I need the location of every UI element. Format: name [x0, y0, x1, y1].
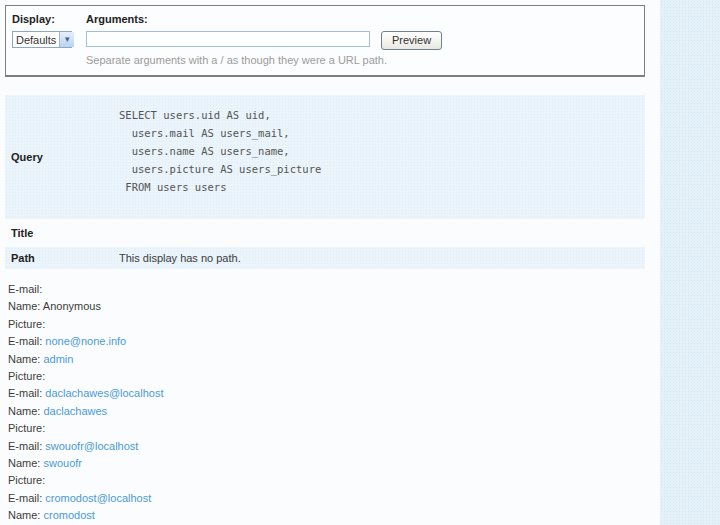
result-picture-label: Picture: — [8, 474, 45, 486]
result-name-link[interactable]: daclachawes — [43, 405, 107, 417]
result-name-line: Name: Anonymous — [8, 300, 660, 317]
path-row: Path This display has no path. — [5, 247, 645, 269]
main-content: Display: Defaults ▾ Arguments: Preview S… — [0, 0, 660, 525]
result-email-line: E-mail: none@none.info — [8, 335, 660, 352]
path-value: This display has no path. — [117, 247, 241, 269]
result-email-link[interactable]: none@none.info — [45, 335, 126, 347]
query-label: Query — [5, 151, 117, 163]
result-email-label: E-mail: — [8, 335, 42, 347]
result-email-label: E-mail: — [8, 440, 42, 452]
result-email-link[interactable]: daclachawes@localhost — [45, 387, 163, 399]
result-name-line: Name: daclachawes — [8, 405, 660, 422]
arguments-input[interactable] — [86, 31, 370, 47]
path-label: Path — [5, 247, 117, 269]
arguments-help-text: Separate arguments with a / as though th… — [86, 54, 636, 66]
title-label: Title — [5, 222, 117, 244]
result-name-link[interactable]: swouofr — [43, 457, 82, 469]
result-email-line: E-mail: swouofr@localhost — [8, 440, 660, 457]
result-name-label: Name: — [8, 509, 40, 521]
result-name-label: Name: — [8, 457, 40, 469]
title-value — [117, 222, 119, 244]
preview-button[interactable]: Preview — [381, 31, 442, 50]
result-email-label: E-mail: — [8, 387, 42, 399]
display-select[interactable]: Defaults ▾ — [12, 31, 72, 48]
result-picture-line: Picture: — [8, 422, 660, 439]
arguments-label: Arguments: — [86, 13, 636, 25]
result-email-line: E-mail: daclachawes@localhost — [8, 387, 660, 404]
display-group: Display: Defaults ▾ — [12, 13, 74, 66]
display-label: Display: — [12, 13, 74, 25]
result-email-label: E-mail: — [8, 492, 42, 504]
result-name-link[interactable]: admin — [43, 353, 73, 365]
result-name-line: Name: admin — [8, 353, 660, 370]
result-picture-line: Picture: — [8, 318, 660, 335]
result-email-line: E-mail: cromodost@localhost — [8, 492, 660, 509]
result-picture-label: Picture: — [8, 370, 45, 382]
arguments-group: Arguments: Preview Separate arguments wi… — [86, 13, 636, 66]
result-name-label: Name: — [8, 300, 40, 312]
result-email-link[interactable]: swouofr@localhost — [45, 440, 138, 452]
result-email-line: E-mail: — [8, 283, 660, 300]
result-name-link[interactable]: cromodost — [43, 509, 94, 521]
result-name-line: Name: swouofr — [8, 457, 660, 474]
result-picture-line: Picture: — [8, 474, 660, 491]
result-name-line: Name: cromodost — [8, 509, 660, 525]
result-picture-line: Picture: — [8, 370, 660, 387]
result-picture-label: Picture: — [8, 422, 45, 434]
chevron-down-icon: ▾ — [59, 32, 74, 47]
preview-results-list: E-mail:Name: AnonymousPicture:E-mail: no… — [8, 283, 660, 525]
display-select-value: Defaults — [13, 34, 59, 46]
result-email-label: E-mail: — [8, 283, 42, 295]
result-name-label: Name: — [8, 353, 40, 365]
result-picture-label: Picture: — [8, 318, 45, 330]
result-email-link[interactable]: cromodost@localhost — [45, 492, 151, 504]
result-name-value: Anonymous — [43, 300, 101, 312]
query-sql: SELECT users.uid AS uid, users.mail AS u… — [117, 104, 321, 209]
page-background-strip — [660, 0, 720, 525]
query-row: Query SELECT users.uid AS uid, users.mai… — [5, 95, 645, 219]
result-name-label: Name: — [8, 405, 40, 417]
title-row: Title — [5, 222, 645, 244]
preview-controls-fieldset: Display: Defaults ▾ Arguments: Preview S… — [5, 5, 645, 77]
